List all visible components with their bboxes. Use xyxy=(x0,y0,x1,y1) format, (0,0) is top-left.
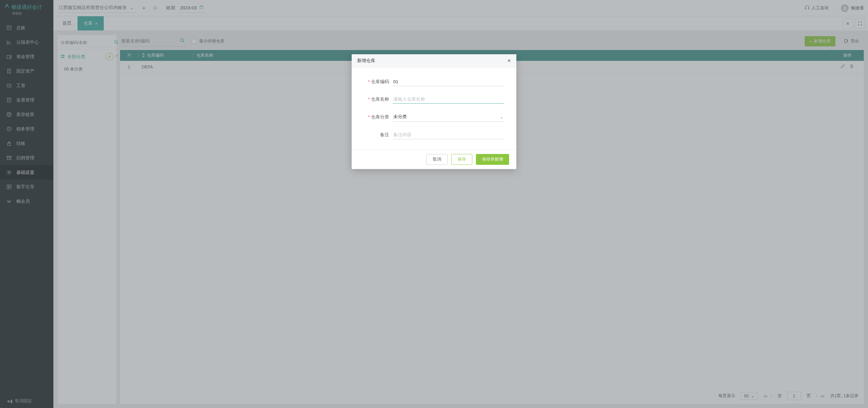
field-code: *仓库编码 xyxy=(364,77,504,86)
remark-input[interactable] xyxy=(393,130,504,139)
modal-title: 新增仓库 xyxy=(357,58,375,64)
cancel-button[interactable]: 取消 xyxy=(427,154,447,165)
modal-overlay: 新增仓库 × *仓库编码 *仓库名称 *仓库分类 未分类 ⌄ xyxy=(0,0,868,408)
modal-header: 新增仓库 × xyxy=(352,54,516,68)
modal-body: *仓库编码 *仓库名称 *仓库分类 未分类 ⌄ 备注 xyxy=(352,68,516,149)
name-label: *仓库名称 xyxy=(364,96,393,102)
category-label: *仓库分类 xyxy=(364,114,393,120)
category-select[interactable]: 未分类 ⌄ xyxy=(393,112,504,122)
code-label: *仓库编码 xyxy=(364,79,393,85)
field-name: *仓库名称 xyxy=(364,95,504,104)
modal-footer: 取消 保存 保存并新增 xyxy=(352,149,516,169)
remark-label: 备注 xyxy=(364,132,393,138)
category-value: 未分类 xyxy=(393,114,407,120)
save-button[interactable]: 保存 xyxy=(451,154,472,165)
code-input[interactable] xyxy=(393,77,504,86)
add-warehouse-modal: 新增仓库 × *仓库编码 *仓库名称 *仓库分类 未分类 ⌄ xyxy=(352,54,516,169)
chevron-down-icon: ⌄ xyxy=(500,114,504,120)
save-and-new-button[interactable]: 保存并新增 xyxy=(476,154,509,165)
name-input[interactable] xyxy=(393,95,504,104)
field-remark: 备注 xyxy=(364,130,504,139)
modal-close-button[interactable]: × xyxy=(507,57,511,64)
field-category: *仓库分类 未分类 ⌄ xyxy=(364,112,504,122)
